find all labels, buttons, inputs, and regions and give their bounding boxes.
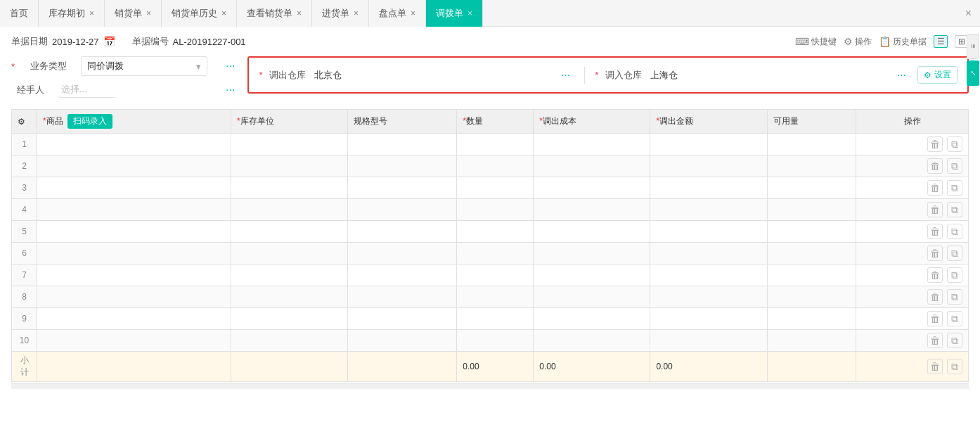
row-avail-6[interactable] (767, 243, 856, 265)
subtotal-delete-icon[interactable]: 🗑 (927, 359, 943, 374)
row-cost-1[interactable] (534, 134, 650, 155)
row-copy-icon-4[interactable]: ⧉ (947, 202, 962, 217)
row-cost-3[interactable] (534, 177, 650, 199)
biz-type-select[interactable]: 同价调拨 ▾ (81, 56, 207, 76)
row-delete-icon-8[interactable]: 🗑 (927, 289, 943, 305)
row-product-6[interactable] (37, 243, 231, 265)
tab-transfer[interactable]: 调拨单 × (426, 0, 483, 27)
tab-close-view-sales[interactable]: × (297, 8, 302, 18)
row-product-1[interactable] (37, 134, 231, 155)
row-copy-icon-1[interactable]: ⧉ (947, 136, 962, 152)
subtotal-copy-icon[interactable]: ⧉ (947, 359, 962, 374)
tab-purchase[interactable]: 进货单 × (312, 0, 369, 27)
tab-home[interactable]: 首页 (0, 0, 39, 27)
row-amount-4[interactable] (650, 199, 767, 221)
row-unit-5[interactable] (231, 221, 347, 243)
th-gear[interactable]: ⚙ (12, 110, 37, 134)
tab-close-transfer[interactable]: × (468, 8, 472, 18)
row-unit-6[interactable] (231, 243, 347, 265)
row-unit-9[interactable] (231, 308, 347, 330)
row-avail-1[interactable] (767, 134, 856, 155)
row-avail-8[interactable] (767, 286, 856, 308)
out-warehouse-value[interactable]: 北京仓 (314, 69, 342, 82)
row-spec-4[interactable] (348, 199, 457, 221)
row-delete-icon-9[interactable]: 🗑 (927, 311, 943, 326)
row-unit-8[interactable] (231, 286, 347, 308)
row-product-8[interactable] (37, 286, 231, 308)
row-product-10[interactable] (37, 330, 231, 352)
horizontal-scrollbar[interactable] (11, 383, 969, 389)
row-delete-icon-6[interactable]: 🗑 (927, 246, 943, 261)
row-amount-10[interactable] (650, 330, 767, 352)
row-avail-7[interactable] (767, 265, 856, 286)
row-product-7[interactable] (37, 265, 231, 286)
row-unit-10[interactable] (231, 330, 347, 352)
row-spec-3[interactable] (348, 177, 457, 199)
row-unit-3[interactable] (231, 177, 347, 199)
row-product-9[interactable] (37, 308, 231, 330)
sidebar-expand-btn[interactable]: ⤢ (967, 60, 979, 86)
row-qty-5[interactable] (457, 221, 534, 243)
person-more-btn[interactable]: ··· (221, 84, 239, 96)
row-spec-8[interactable] (348, 286, 457, 308)
row-qty-2[interactable] (457, 155, 534, 177)
biz-more-btn[interactable]: ··· (221, 60, 239, 72)
row-delete-icon-7[interactable]: 🗑 (927, 267, 943, 283)
row-copy-icon-8[interactable]: ⧉ (947, 289, 962, 305)
tab-view-sales[interactable]: 查看销货单 × (237, 0, 312, 27)
out-warehouse-more-btn[interactable]: ··· (557, 69, 574, 82)
row-spec-2[interactable] (348, 155, 457, 177)
tab-sales-order[interactable]: 销货单 × (105, 0, 162, 27)
row-cost-9[interactable] (534, 308, 650, 330)
row-cost-4[interactable] (534, 199, 650, 221)
row-cost-7[interactable] (534, 265, 650, 286)
row-qty-3[interactable] (457, 177, 534, 199)
tab-close-purchase[interactable]: × (354, 8, 359, 18)
row-spec-6[interactable] (348, 243, 457, 265)
row-unit-4[interactable] (231, 199, 347, 221)
row-copy-icon-7[interactable]: ⧉ (947, 267, 962, 283)
row-qty-1[interactable] (457, 134, 534, 155)
row-delete-icon-10[interactable]: 🗑 (927, 333, 943, 348)
row-unit-7[interactable] (231, 265, 347, 286)
in-warehouse-more-btn[interactable]: ··· (893, 69, 910, 82)
row-product-2[interactable] (37, 155, 231, 177)
row-cost-8[interactable] (534, 286, 650, 308)
row-unit-1[interactable] (231, 134, 347, 155)
list-view-btn[interactable]: ☰ (934, 35, 948, 48)
row-spec-5[interactable] (348, 221, 457, 243)
row-product-4[interactable] (37, 199, 231, 221)
row-amount-9[interactable] (650, 308, 767, 330)
row-avail-3[interactable] (767, 177, 856, 199)
row-amount-1[interactable] (650, 134, 767, 155)
tab-close-stocktake[interactable]: × (411, 8, 415, 18)
row-delete-icon-1[interactable]: 🗑 (927, 136, 943, 152)
row-amount-2[interactable] (650, 155, 767, 177)
tab-sales-history[interactable]: 销货单历史 × (162, 0, 237, 27)
row-copy-icon-6[interactable]: ⧉ (947, 246, 962, 261)
row-avail-10[interactable] (767, 330, 856, 352)
tab-bar-close-btn[interactable]: × (957, 7, 980, 20)
row-avail-5[interactable] (767, 221, 856, 243)
row-copy-icon-2[interactable]: ⧉ (947, 158, 962, 174)
row-copy-icon-9[interactable]: ⧉ (947, 311, 962, 326)
settings-btn[interactable]: ⚙ 设置 (917, 66, 958, 84)
row-copy-icon-10[interactable]: ⧉ (947, 333, 962, 348)
tab-close-inventory-init[interactable]: × (89, 8, 94, 18)
row-avail-2[interactable] (767, 155, 856, 177)
row-cost-10[interactable] (534, 330, 650, 352)
row-cost-6[interactable] (534, 243, 650, 265)
row-delete-icon-4[interactable]: 🗑 (927, 202, 943, 217)
history-btn[interactable]: 📋 历史单据 (879, 36, 927, 48)
row-delete-icon-2[interactable]: 🗑 (927, 158, 943, 174)
row-amount-5[interactable] (650, 221, 767, 243)
row-copy-icon-5[interactable]: ⧉ (947, 224, 962, 239)
row-qty-6[interactable] (457, 243, 534, 265)
row-amount-8[interactable] (650, 286, 767, 308)
row-spec-1[interactable] (348, 134, 457, 155)
in-warehouse-value[interactable]: 上海仓 (650, 69, 678, 82)
calendar-icon[interactable]: 📅 (103, 36, 115, 47)
row-spec-7[interactable] (348, 265, 457, 286)
tab-close-sales-history[interactable]: × (221, 8, 226, 18)
operation-btn[interactable]: ⚙ 操作 (844, 36, 872, 48)
